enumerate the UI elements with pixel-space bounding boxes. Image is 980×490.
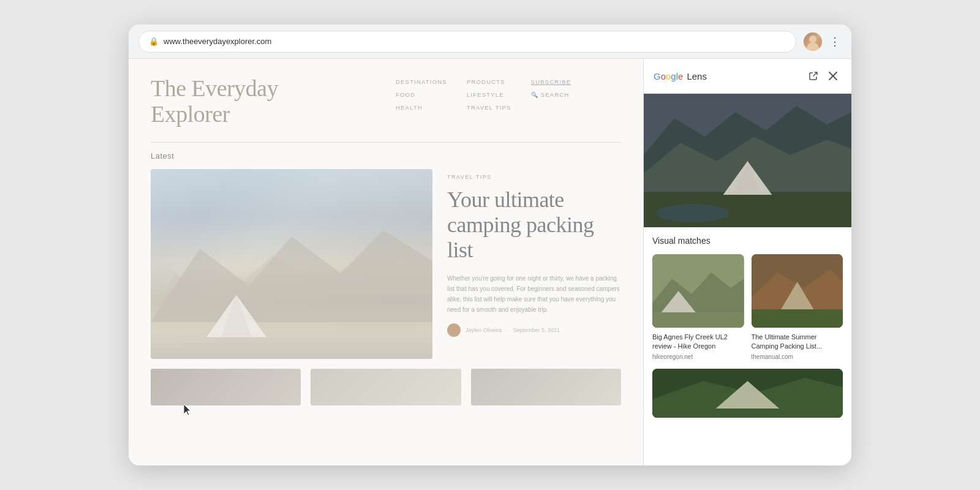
lens-header: Google Lens — [644, 59, 851, 94]
address-bar[interactable]: 🔒 www.theeverydayexplorer.com — [138, 31, 796, 53]
browser-window: 🔒 www.theeverydayexplorer.com ⋮ The Ever… — [129, 24, 851, 466]
thumbnail-1[interactable] — [151, 369, 301, 405]
website-content: The Everyday Explorer DESTINATIONS FOOD … — [129, 59, 643, 466]
match-row-2 — [652, 369, 843, 421]
nav-col-3: SUBSCRIBE 🔍 SEARCH — [531, 78, 571, 111]
more-options-icon[interactable]: ⋮ — [829, 35, 842, 48]
thumbnail-2[interactable] — [311, 369, 461, 405]
author-avatar — [447, 323, 461, 337]
separator: · — [507, 327, 508, 333]
open-in-new-icon[interactable] — [805, 67, 822, 85]
site-header: The Everyday Explorer DESTINATIONS FOOD … — [151, 76, 621, 127]
match-source-1: hikeoregon.net — [652, 353, 744, 360]
author-name: Jaylen Oliveira — [466, 327, 502, 333]
article-excerpt: Whether you're going for one night or th… — [447, 273, 621, 315]
match-title-2: The Ultimate Summer Camping Packing List… — [752, 333, 843, 352]
visual-matches-section: Visual matches — [644, 227, 851, 466]
browser-header: 🔒 www.theeverydayexplorer.com ⋮ — [129, 24, 851, 59]
article-text: TRAVEL TIPS Your ultimate camping packin… — [447, 169, 621, 359]
article-image — [151, 169, 432, 359]
visual-matches-title: Visual matches — [652, 236, 843, 246]
article-category: TRAVEL TIPS — [447, 174, 621, 180]
article-meta: Jaylen Oliveira · September 5, 2021 — [447, 323, 621, 337]
match-image-2 — [752, 254, 843, 328]
match-image-3 — [652, 369, 843, 418]
browser-actions: ⋮ — [804, 32, 842, 51]
nav-food[interactable]: FOOD — [396, 91, 447, 98]
thumbnail-3[interactable] — [471, 369, 621, 405]
nav-health[interactable]: HEALTH — [396, 104, 447, 111]
lens-title: Lens — [687, 71, 707, 81]
site-nav: DESTINATIONS FOOD HEALTH PRODUCTS LIFEST… — [396, 76, 571, 111]
browser-body: The Everyday Explorer DESTINATIONS FOOD … — [129, 59, 851, 466]
match-card-1[interactable]: Big Agnes Fly Creek UL2 review - Hike Or… — [652, 254, 744, 360]
google-logo: Google — [654, 71, 683, 81]
match-title-1: Big Agnes Fly Creek UL2 review - Hike Or… — [652, 333, 744, 352]
nav-destinations[interactable]: DESTINATIONS — [396, 78, 447, 85]
article-title[interactable]: Your ultimate camping packing list — [447, 187, 621, 263]
nav-products[interactable]: PRODUCTS — [467, 78, 511, 85]
close-icon[interactable] — [824, 67, 842, 85]
svg-point-13 — [656, 204, 729, 222]
site-title: The Everyday Explorer — [151, 76, 359, 127]
featured-article: TRAVEL TIPS Your ultimate camping packin… — [151, 169, 621, 359]
bottom-thumbnails — [151, 369, 621, 405]
match-card-2[interactable]: The Ultimate Summer Camping Packing List… — [752, 254, 843, 360]
match-source-2: themanual.com — [752, 353, 843, 360]
match-card-3[interactable] — [652, 369, 843, 421]
lens-preview-image — [644, 94, 851, 227]
latest-label: Latest — [151, 151, 621, 160]
nav-lifestyle[interactable]: LIFESTYLE — [467, 91, 511, 98]
search-icon: 🔍 — [531, 92, 538, 98]
lock-icon: 🔒 — [149, 37, 159, 47]
latest-section: Latest TRA — [151, 142, 621, 405]
match-row-1: Big Agnes Fly Creek UL2 review - Hike Or… — [652, 254, 843, 360]
svg-rect-17 — [652, 312, 744, 328]
lens-panel: Google Lens — [643, 59, 851, 466]
article-date: September 5, 2021 — [513, 327, 560, 333]
svg-marker-4 — [184, 404, 190, 415]
match-image-1 — [652, 254, 744, 328]
lens-preview — [644, 94, 851, 227]
matches-grid: Big Agnes Fly Creek UL2 review - Hike Or… — [652, 254, 843, 421]
cursor — [184, 404, 192, 417]
nav-col-1: DESTINATIONS FOOD HEALTH — [396, 78, 447, 111]
nav-col-2: PRODUCTS LIFESTYLE TRAVEL TIPS — [467, 78, 511, 111]
svg-rect-20 — [752, 309, 843, 328]
url-text: www.theeverydayexplorer.com — [164, 37, 271, 46]
avatar[interactable] — [804, 32, 822, 51]
nav-search[interactable]: 🔍 SEARCH — [531, 91, 571, 98]
nav-travel-tips[interactable]: TRAVEL TIPS — [467, 104, 511, 111]
nav-subscribe[interactable]: SUBSCRIBE — [531, 78, 571, 85]
